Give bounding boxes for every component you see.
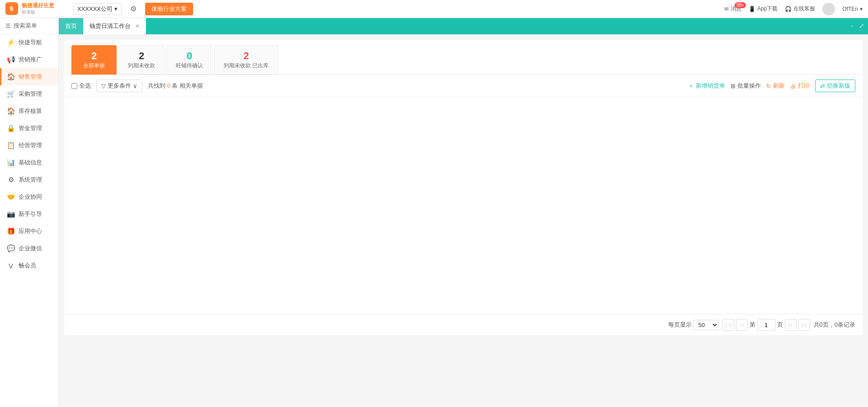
coop-icon: 🤝 xyxy=(7,193,15,201)
first-page-btn[interactable]: |◁ xyxy=(722,319,734,331)
sidebar-search[interactable]: ☰ 搜索菜单 xyxy=(0,18,58,34)
tab-close-icon[interactable]: ✕ xyxy=(135,23,140,29)
batch-label: 批量操作 xyxy=(737,82,761,90)
settings-icon-btn[interactable]: ⚙ xyxy=(127,3,140,15)
sidebar-item-funds-mgmt[interactable]: 🔒 资金管理 xyxy=(0,120,58,137)
stat-num-overdue-shipped: 2 xyxy=(224,50,269,62)
sidebar-item-app-center[interactable]: 🎁 应用中心 xyxy=(0,223,58,240)
user-name: OfTEn xyxy=(842,6,858,12)
page-prefix-label: 第 xyxy=(750,321,755,329)
company-selector[interactable]: XXXXXX公司 ▾ xyxy=(73,3,122,15)
sidebar-item-sales-mgmt[interactable]: 🏠 销售管理 xyxy=(0,68,58,85)
logo-area: 6 畅捷通好生意 标准版 xyxy=(5,2,64,15)
logo-sub: 标准版 xyxy=(22,9,54,15)
search-label: 搜索菜单 xyxy=(14,22,37,30)
sidebar-item-sys-mgmt[interactable]: ⚙ 系统管理 xyxy=(0,171,58,188)
top-header: 6 畅捷通好生意 标准版 XXXXXX公司 ▾ ⚙ 体验行业方案 ✉ 消息 99… xyxy=(0,0,868,18)
sidebar-item-purchase-mgmt[interactable]: 🛒 采购管理 xyxy=(0,85,58,103)
prev-page-btn[interactable]: ◁ xyxy=(736,319,748,331)
sidebar-item-label: 企业微信 xyxy=(19,244,42,253)
next-page-btn[interactable]: ▷ xyxy=(785,319,797,331)
sidebar-item-label: 系统管理 xyxy=(19,176,42,184)
sidebar-item-label: 库存核算 xyxy=(19,107,42,115)
tab-expand-icon[interactable]: ⤢ xyxy=(859,22,864,30)
stat-num-all: 2 xyxy=(81,50,107,62)
sidebar-item-biz-mgmt[interactable]: 📋 经营管理 xyxy=(0,137,58,154)
wechat-icon: 💬 xyxy=(7,244,15,253)
refresh-icon: ↻ xyxy=(766,83,771,89)
current-page-input[interactable] xyxy=(757,319,775,331)
stat-label-overdue: 到期未收款 xyxy=(128,62,155,69)
guide-icon: 📷 xyxy=(7,210,15,218)
header-right: ✉ 消息 99+ 📱 App下载 🎧 在线客服 OfTEn ▾ xyxy=(724,3,863,15)
sidebar-item-quick-nav[interactable]: ⚡ 快捷导航 xyxy=(0,34,58,51)
online-service-label: 在线客服 xyxy=(793,5,815,13)
app-download-btn[interactable]: 📱 App下载 xyxy=(749,5,778,13)
switch-version-btn[interactable]: ⇄ 切换新版 xyxy=(815,80,855,92)
toolbar: 全选 ▽ 更多条件 ∨ 共找到 0 条 相关单据 ＋ 新增销货单 ⊞ xyxy=(64,75,863,97)
sidebar-item-enterprise-wechat[interactable]: 💬 企业微信 xyxy=(0,240,58,257)
table-area xyxy=(64,97,863,314)
sys-icon: ⚙ xyxy=(7,176,15,184)
batch-ops-btn[interactable]: ⊞ 批量操作 xyxy=(731,82,761,90)
select-all-checkbox[interactable]: 全选 xyxy=(71,82,91,90)
add-btn-label: 新增销货单 xyxy=(696,82,725,90)
marketing-icon: 📢 xyxy=(7,56,15,64)
workbench-tab-label: 钱货日清工作台 xyxy=(90,22,131,30)
tab-workbench[interactable]: 钱货日清工作台 ✕ xyxy=(83,18,146,34)
stat-tab-overdue-shipped[interactable]: 2 到期未收款 已出库 xyxy=(214,45,278,75)
page-size-selector: 每页显示 50 100 200 xyxy=(668,320,719,330)
stat-tab-overdue[interactable]: 2 到期未收款 xyxy=(118,45,165,75)
select-all-label: 全选 xyxy=(79,82,91,90)
print-icon: 🖨 xyxy=(790,83,796,89)
stat-num-pending: 0 xyxy=(176,50,203,62)
refresh-btn[interactable]: ↻ 刷新 xyxy=(766,82,785,90)
username-area[interactable]: OfTEn ▾ xyxy=(842,6,863,12)
user-avatar[interactable] xyxy=(822,3,835,15)
sidebar-item-member[interactable]: V 畅会员 xyxy=(0,257,58,274)
sidebar-item-label: 经营管理 xyxy=(19,141,42,150)
sidebar-item-label: 基础信息 xyxy=(19,159,42,167)
tab-minimize-icon[interactable]: － xyxy=(849,22,855,30)
per-page-label: 每页显示 xyxy=(668,321,692,329)
stat-tab-all[interactable]: 2 全部单据 xyxy=(71,45,117,75)
filter-icon: ▽ xyxy=(101,83,106,89)
stat-tab-pending[interactable]: 0 旺铺待确认 xyxy=(166,45,212,75)
sidebar-item-label: 销售管理 xyxy=(19,73,42,81)
messages-btn[interactable]: ✉ 消息 99+ xyxy=(724,5,741,13)
pagination-bar: 每页显示 50 100 200 |◁ ◁ 第 页 ▷ ▷| 共0页，0条记录 xyxy=(64,314,863,335)
basic-icon: 📊 xyxy=(7,159,15,167)
sidebar-item-guide[interactable]: 📷 新手引导 xyxy=(0,206,58,223)
sidebar-item-marketing[interactable]: 📢 营销推广 xyxy=(0,51,58,68)
sales-icon: 🏠 xyxy=(7,73,15,81)
toolbar-right: ＋ 新增销货单 ⊞ 批量操作 ↻ 刷新 🖨 打印 ⇄ 切换新版 xyxy=(688,80,855,92)
logo-icon: 6 xyxy=(5,2,18,15)
sidebar-item-inventory[interactable]: 🏠 库存核算 xyxy=(0,103,58,120)
online-service-btn[interactable]: 🎧 在线客服 xyxy=(785,5,815,13)
app-icon: 🎁 xyxy=(7,227,15,235)
print-btn[interactable]: 🖨 打印 xyxy=(790,82,810,90)
biz-icon: 📋 xyxy=(7,141,15,150)
found-count: 0 xyxy=(167,82,170,89)
sidebar-item-basic-info[interactable]: 📊 基础信息 xyxy=(0,154,58,171)
logo-title: 畅捷通好生意 xyxy=(22,2,54,9)
per-page-select[interactable]: 50 100 200 xyxy=(693,320,719,330)
filter-button[interactable]: ▽ 更多条件 ∨ xyxy=(96,80,142,92)
main-content: 2 全部单据 2 到期未收款 0 旺铺待确认 2 到期未收款 已出库 全选 xyxy=(59,34,868,407)
trial-button[interactable]: 体验行业方案 xyxy=(145,3,193,15)
last-page-btn[interactable]: ▷| xyxy=(798,319,810,331)
sidebar-item-label: 采购管理 xyxy=(19,90,42,98)
print-label: 打印 xyxy=(798,82,810,90)
add-sale-order-btn[interactable]: ＋ 新增销货单 xyxy=(688,82,725,90)
app-download-label: App下载 xyxy=(757,5,778,13)
message-icon: ✉ xyxy=(724,6,729,12)
checkbox-input[interactable] xyxy=(71,83,77,89)
sidebar-item-label: 资金管理 xyxy=(19,124,42,132)
funds-icon: 🔒 xyxy=(7,124,15,132)
header-center: XXXXXX公司 ▾ ⚙ 体验行业方案 xyxy=(64,3,724,15)
content-card: 2 全部单据 2 到期未收款 0 旺铺待确认 2 到期未收款 已出库 全选 xyxy=(64,40,863,335)
tab-home[interactable]: 首页 xyxy=(59,18,83,34)
sidebar-item-enterprise-coop[interactable]: 🤝 企业协同 xyxy=(0,188,58,206)
sidebar-item-label: 应用中心 xyxy=(19,227,42,235)
sidebar-item-label: 快捷导航 xyxy=(19,38,42,47)
